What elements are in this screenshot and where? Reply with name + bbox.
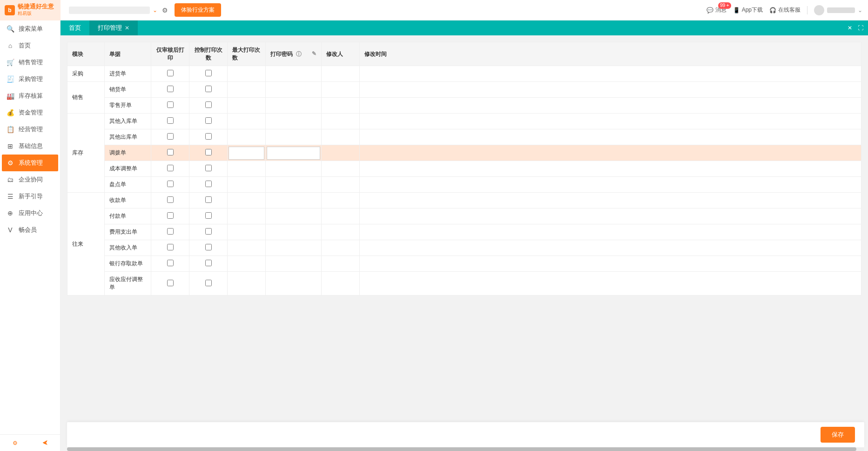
table-row: 银行存取款单 — [67, 256, 861, 272]
mod-time-cell — [360, 114, 861, 129]
max-count-cell — [228, 114, 266, 129]
save-button[interactable]: 保存 — [821, 427, 855, 443]
audit-only-checkbox[interactable] — [167, 181, 174, 187]
close-all-icon[interactable]: ✕ — [848, 25, 852, 31]
audit-only-checkbox[interactable] — [167, 228, 174, 235]
industry-demo-button[interactable]: 体验行业方案 — [175, 3, 221, 17]
module-cell: 销售 — [67, 82, 105, 114]
help-icon[interactable]: ⓘ — [296, 51, 302, 57]
audit-only-checkbox[interactable] — [167, 196, 174, 203]
avatar-icon — [814, 5, 824, 15]
mobile-icon: 📱 — [733, 7, 740, 13]
control-count-checkbox[interactable] — [205, 260, 212, 266]
nav-operation-icon: 📋 — [7, 126, 14, 133]
gear-icon[interactable]: ⚙ — [162, 7, 168, 14]
max-count-cell — [228, 240, 266, 256]
nav-search-label: 搜索菜单 — [19, 25, 43, 33]
control-count-checkbox[interactable] — [205, 149, 212, 155]
logo-area[interactable]: b 畅捷通好生意 精易版 — [0, 0, 61, 20]
control-count-checkbox[interactable] — [205, 244, 212, 250]
password-cell — [266, 240, 322, 256]
close-icon[interactable]: ✕ — [125, 25, 129, 31]
chevron-down-icon: ⌄ — [858, 7, 862, 13]
scrollbar-thumb[interactable] — [67, 447, 856, 451]
nav-search[interactable]: 🔍搜索菜单 — [0, 20, 60, 37]
support-label: 在线客服 — [778, 6, 801, 14]
messages-link[interactable]: 💬 消息 99 + — [707, 6, 727, 14]
nav-sales[interactable]: 🛒销售管理 — [0, 54, 60, 71]
app-download-link[interactable]: 📱 App下载 — [733, 6, 763, 14]
audit-only-checkbox[interactable] — [167, 212, 174, 219]
nav-purchase-label: 采购管理 — [19, 75, 43, 83]
tenant-select[interactable]: ⌄ — [69, 4, 157, 17]
table-row: 付款单 — [67, 209, 861, 224]
password-input[interactable] — [267, 147, 320, 160]
nav-collab[interactable]: 🗂企业协同 — [0, 171, 60, 188]
nav-purchase[interactable]: 🧾采购管理 — [0, 71, 60, 88]
control-count-checkbox[interactable] — [205, 212, 212, 219]
table-row: 盘点单 — [67, 177, 861, 193]
chevron-down-icon: ⌄ — [153, 7, 157, 13]
control-count-checkbox[interactable] — [205, 181, 212, 187]
nav-vip-label: 畅会员 — [19, 226, 37, 234]
audit-only-checkbox[interactable] — [167, 86, 174, 92]
audit-only-checkbox[interactable] — [167, 260, 174, 266]
max-count-cell — [228, 145, 266, 161]
nav-funds[interactable]: 💰资金管理 — [0, 104, 60, 121]
control-count-checkbox[interactable] — [205, 133, 212, 140]
nav-system[interactable]: ⚙系统管理 — [2, 155, 58, 171]
control-count-checkbox[interactable] — [205, 196, 212, 203]
audit-only-checkbox[interactable] — [167, 70, 174, 76]
fullscreen-icon[interactable]: ⛶ — [858, 25, 863, 31]
audit-only-checkbox[interactable] — [167, 117, 174, 124]
mod-time-cell — [360, 82, 861, 98]
horizontal-scrollbar[interactable] — [67, 447, 864, 451]
password-cell — [266, 98, 322, 114]
nav-operation[interactable]: 📋经营管理 — [0, 121, 60, 138]
collapse-icon[interactable]: ⮜ — [42, 440, 48, 446]
save-bar: 保存 — [67, 422, 864, 447]
nav-home[interactable]: ⌂首页 — [0, 37, 60, 54]
audit-only-checkbox[interactable] — [167, 101, 174, 108]
table-row: 费用支出单 — [67, 224, 861, 240]
support-link[interactable]: 🎧 在线客服 — [769, 6, 801, 14]
nav-basic[interactable]: ⊞基础信息 — [0, 138, 60, 155]
nav-guide[interactable]: ☰新手引导 — [0, 188, 60, 205]
app-download-label: App下载 — [742, 6, 763, 14]
modifier-cell — [322, 145, 360, 161]
audit-only-checkbox[interactable] — [167, 149, 174, 155]
audit-only-checkbox[interactable] — [167, 165, 174, 171]
edit-icon[interactable]: ✎ — [312, 50, 316, 57]
settings-icon[interactable]: ⚙ — [13, 440, 18, 446]
control-count-checkbox[interactable] — [205, 70, 212, 76]
user-menu[interactable]: ⌄ — [814, 5, 862, 15]
control-count-checkbox[interactable] — [205, 165, 212, 171]
nav-apps[interactable]: ⊕应用中心 — [0, 205, 60, 222]
password-cell — [266, 82, 322, 98]
control-count-checkbox[interactable] — [205, 228, 212, 235]
nav-vip[interactable]: V畅会员 — [0, 222, 60, 238]
control-count-checkbox[interactable] — [205, 117, 212, 124]
control-count-checkbox[interactable] — [205, 86, 212, 92]
table-row: 成本调整单 — [67, 161, 861, 177]
control-count-checkbox[interactable] — [205, 101, 212, 108]
module-cell: 往来 — [67, 193, 105, 296]
header-password-label: 打印密码 — [270, 51, 293, 57]
tab-home[interactable]: 首页 — [61, 20, 89, 35]
table-row: 往来收款单 — [67, 193, 861, 209]
audit-only-checkbox[interactable] — [167, 133, 174, 140]
max-count-cell — [228, 193, 266, 209]
password-cell — [266, 129, 322, 145]
table-row: 零售开单 — [67, 98, 861, 114]
audit-only-checkbox[interactable] — [167, 244, 174, 250]
nav-inventory-cost[interactable]: 🏭库存核算 — [0, 88, 60, 104]
audit-only-checkbox[interactable] — [167, 280, 174, 286]
tab-print-manage[interactable]: 打印管理 ✕ — [89, 20, 138, 35]
nav-inventory-cost-label: 库存核算 — [19, 92, 43, 100]
mod-time-cell — [360, 209, 861, 224]
mod-time-cell — [360, 224, 861, 240]
table-row: 库存其他入库单 — [67, 114, 861, 129]
control-count-checkbox[interactable] — [205, 280, 212, 286]
max-count-input[interactable] — [229, 147, 264, 160]
doc-cell: 其他入库单 — [105, 114, 151, 129]
